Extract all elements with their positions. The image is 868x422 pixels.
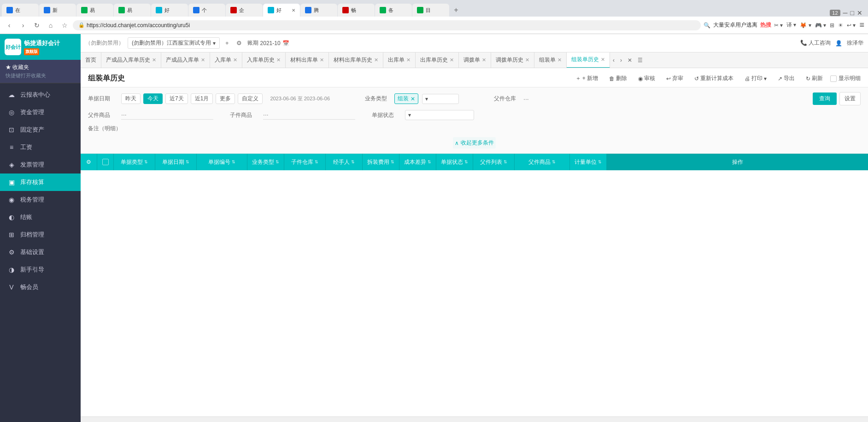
page-tab-12[interactable]: 组装单历史 ✕ bbox=[567, 52, 610, 68]
th-disassembly-fee[interactable]: 拆装费用 ⇅ bbox=[363, 154, 399, 170]
sidebar-item-checkout[interactable]: ◐ 结账 bbox=[0, 208, 81, 226]
menu-button[interactable]: ≡ bbox=[859, 20, 864, 30]
page-tab-9-close[interactable]: ✕ bbox=[482, 57, 486, 63]
week7-btn[interactable]: 近7天 bbox=[165, 93, 188, 104]
browser-tab-1[interactable]: 在 bbox=[2, 4, 39, 17]
page-tab-12-close[interactable]: ✕ bbox=[601, 57, 605, 63]
page-tab-10-close[interactable]: ✕ bbox=[525, 57, 529, 63]
browser-tab-6[interactable]: 个 bbox=[188, 4, 225, 17]
page-tab-5[interactable]: 材料出库单 ✕ bbox=[286, 52, 329, 68]
refresh-browser-button[interactable]: ↻ bbox=[31, 20, 42, 31]
sidebar-item-settings[interactable]: ⚙ 基础设置 bbox=[0, 243, 81, 261]
browser-tab-11[interactable]: 各 bbox=[375, 4, 412, 17]
add-button[interactable]: ＋ + 新增 bbox=[572, 73, 602, 84]
query-button[interactable]: 查询 bbox=[813, 92, 837, 105]
sidebar-item-member[interactable]: V 畅会员 bbox=[0, 278, 81, 296]
page-tab-1-close[interactable]: ✕ bbox=[152, 57, 156, 63]
recalc-button[interactable]: ↺ 重新计算成本 bbox=[691, 73, 737, 84]
emoji-tool[interactable]: 🦊 ▾ bbox=[800, 22, 811, 29]
settings-filter-button[interactable]: 设置 bbox=[839, 92, 861, 105]
bookmark-button[interactable]: ☆ bbox=[59, 20, 70, 31]
delete-button[interactable]: 🗑 删除 bbox=[605, 73, 631, 84]
page-tab-6-close[interactable]: ✕ bbox=[374, 57, 378, 63]
page-tab-1[interactable]: 产成品入库单历史 ✕ bbox=[101, 52, 161, 68]
tab-prev-arrow[interactable]: ‹ bbox=[610, 57, 617, 64]
page-tab-11[interactable]: 组装单 ✕ bbox=[534, 52, 567, 68]
page-tab-8[interactable]: 出库单历史 ✕ bbox=[416, 52, 459, 68]
print-button[interactable]: 🖨 打印 ▾ bbox=[741, 73, 770, 84]
order-status-select[interactable]: ▾ bbox=[405, 110, 474, 120]
page-tab-11-close[interactable]: ✕ bbox=[557, 57, 562, 63]
browser-tab-7[interactable]: 企 bbox=[226, 4, 263, 17]
page-tab-3-close[interactable]: ✕ bbox=[233, 57, 237, 63]
th-business-type[interactable]: 业务类型 ⇅ bbox=[247, 154, 284, 170]
custom-date-btn[interactable]: 自定义 bbox=[238, 93, 263, 104]
browser-tab-2[interactable]: 新 bbox=[39, 4, 76, 17]
sidebar-item-archive[interactable]: ⊞ 归档管理 bbox=[0, 226, 81, 243]
page-tab-2-close[interactable]: ✕ bbox=[201, 57, 205, 63]
month1-btn[interactable]: 近1月 bbox=[191, 93, 213, 104]
th-handler[interactable]: 经手人 ⇅ bbox=[326, 154, 363, 170]
home-button[interactable]: ⌂ bbox=[45, 20, 56, 31]
th-order-number[interactable]: 单据编号 ⇅ bbox=[197, 154, 247, 170]
sidebar-item-salary[interactable]: ≡ 工资 bbox=[0, 139, 81, 156]
tab-close-8[interactable]: ✕ bbox=[292, 8, 295, 13]
collapse-button[interactable]: ∧ 收起更多条件 bbox=[453, 137, 496, 149]
display-detail-toggle[interactable]: 显示明细 bbox=[830, 75, 861, 82]
page-tab-home[interactable]: 首页 bbox=[81, 52, 101, 68]
browser-tab-9[interactable]: 腾 bbox=[300, 4, 337, 17]
business-type-dropdown[interactable]: ▾ bbox=[422, 94, 459, 104]
column-settings-icon[interactable]: ⚙ bbox=[86, 159, 91, 165]
translate-tool[interactable]: 译 ▾ bbox=[786, 21, 796, 29]
refresh-button[interactable]: ↻ 刷新 bbox=[802, 73, 827, 84]
browser-tab-4[interactable]: 易 bbox=[114, 4, 151, 17]
game-tool[interactable]: 🎮 ▾ bbox=[815, 22, 826, 29]
page-tab-7[interactable]: 出库单 ✕ bbox=[383, 52, 416, 68]
th-order-type[interactable]: 单据类型 ⇅ bbox=[114, 154, 155, 170]
th-child-warehouse[interactable]: 子件仓库 ⇅ bbox=[284, 154, 326, 170]
undo-tool[interactable]: ↩ ▾ bbox=[847, 22, 856, 29]
sidebar-item-guide[interactable]: ◑ 新手引导 bbox=[0, 261, 81, 278]
back-button[interactable]: ‹ bbox=[4, 20, 15, 31]
sidebar-item-cloud-report[interactable]: ☁ 云报表中心 bbox=[0, 86, 81, 104]
th-unit[interactable]: 计量单位 ⇅ bbox=[570, 154, 607, 170]
th-parent-goods[interactable]: 父件商品 ⇅ bbox=[515, 154, 570, 170]
today-btn[interactable]: 今天 bbox=[143, 93, 163, 104]
export-button[interactable]: ↗ 导出 bbox=[774, 73, 798, 84]
page-tab-2[interactable]: 产成品入库单 ✕ bbox=[161, 52, 210, 68]
page-tab-4-close[interactable]: ✕ bbox=[276, 57, 281, 63]
sidebar-item-tax[interactable]: ◉ 税务管理 bbox=[0, 191, 81, 208]
tab-next-arrow[interactable]: › bbox=[617, 57, 625, 64]
browser-tab-5[interactable]: 好 bbox=[151, 4, 188, 17]
page-tab-9[interactable]: 调拨单 ✕ bbox=[459, 52, 491, 68]
th-parent-list[interactable]: 父件列表 ⇅ bbox=[473, 154, 515, 170]
page-tab-6[interactable]: 材料出库单历史 ✕ bbox=[329, 52, 383, 68]
maximize-button[interactable]: □ bbox=[850, 9, 854, 17]
address-input[interactable]: 🔒 https://cloud.chanjet.com/accounting/u… bbox=[73, 20, 701, 30]
parent-goods-more[interactable]: ··· bbox=[121, 111, 127, 118]
child-goods-more[interactable]: ··· bbox=[263, 111, 269, 118]
sidebar-item-fund[interactable]: ◎ 资金管理 bbox=[0, 104, 81, 121]
browser-tab-8[interactable]: 好 ✕ bbox=[263, 4, 300, 17]
th-settings[interactable]: ⚙ bbox=[81, 154, 97, 170]
sidebar-item-fixed-asset[interactable]: ⊡ 固定资产 bbox=[0, 121, 81, 139]
th-order-status[interactable]: 单据状态 ⇅ bbox=[436, 154, 473, 170]
yesterday-btn[interactable]: 昨天 bbox=[121, 93, 141, 104]
scrollbar-area[interactable] bbox=[81, 416, 868, 422]
th-order-date[interactable]: 单据日期 ⇅ bbox=[155, 154, 197, 170]
close-button[interactable]: ✕ bbox=[857, 9, 862, 17]
th-checkbox[interactable] bbox=[97, 154, 114, 170]
cut-tool[interactable]: ✂ ▾ bbox=[774, 22, 783, 29]
company-settings-button[interactable]: ⚙ bbox=[235, 39, 244, 47]
grid-tool[interactable]: ⊞ bbox=[830, 22, 834, 29]
minimize-button[interactable]: ─ bbox=[843, 9, 848, 17]
browser-tab-12[interactable]: 目 bbox=[412, 4, 449, 17]
page-tab-10[interactable]: 调拨单历史 ✕ bbox=[491, 52, 534, 68]
sidebar-item-inventory[interactable]: ▣ 库存核算 bbox=[0, 173, 81, 191]
abandon-button[interactable]: ↩ 弃审 bbox=[663, 73, 687, 84]
tab-more[interactable]: ☰ bbox=[635, 57, 645, 64]
more-date-btn[interactable]: 更多 bbox=[216, 93, 235, 104]
service-button[interactable]: 📞 人工咨询 bbox=[800, 39, 831, 47]
page-tab-4[interactable]: 入库单历史 ✕ bbox=[242, 52, 286, 68]
th-cost-diff[interactable]: 成本差异 ⇅ bbox=[399, 154, 436, 170]
